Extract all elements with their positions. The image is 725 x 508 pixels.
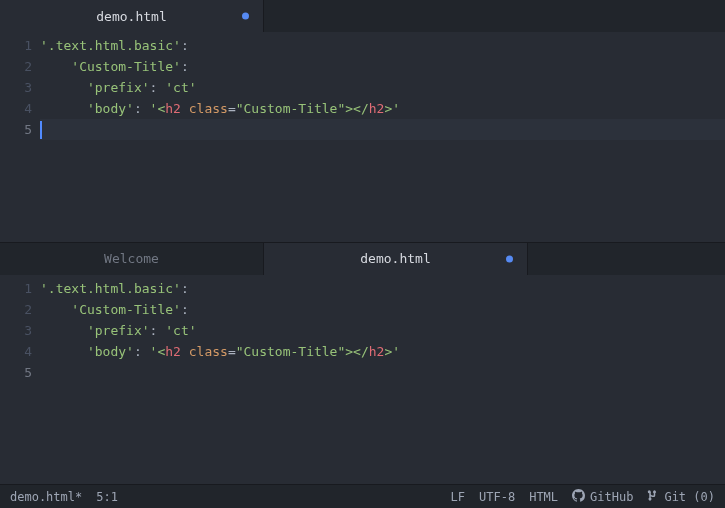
gutter: 12345: [0, 32, 40, 242]
line-number: 4: [0, 341, 32, 362]
code-line[interactable]: 'body': '<h2 class="Custom-Title"></h2>': [40, 341, 725, 362]
code-lines: '.text.html.basic': 'Custom-Title': 'pre…: [40, 275, 725, 485]
code-line[interactable]: 'body': '<h2 class="Custom-Title"></h2>': [40, 98, 725, 119]
code-line[interactable]: '.text.html.basic':: [40, 35, 725, 56]
line-number: 1: [0, 35, 32, 56]
code-lines: '.text.html.basic': 'Custom-Title': 'pre…: [40, 32, 725, 242]
editor-pane: Welcomedemo.html12345'.text.html.basic':…: [0, 243, 725, 486]
status-line-ending[interactable]: LF: [451, 490, 465, 504]
github-icon: [572, 489, 585, 505]
status-bar: demo.html* 5:1 LF UTF-8 HTML GitHub Git …: [0, 485, 725, 508]
line-number: 4: [0, 98, 32, 119]
status-cursor-position[interactable]: 5:1: [96, 490, 118, 504]
tab[interactable]: Welcome: [0, 243, 264, 275]
tab-active[interactable]: demo.html: [264, 243, 528, 275]
gutter: 12345: [0, 275, 40, 485]
code-line[interactable]: '.text.html.basic':: [40, 278, 725, 299]
code-editor[interactable]: 12345'.text.html.basic': 'Custom-Title':…: [0, 32, 725, 242]
cursor: [40, 121, 42, 139]
status-git[interactable]: Git (0): [647, 489, 715, 505]
code-line[interactable]: 'Custom-Title':: [40, 299, 725, 320]
editor-pane: demo.html12345'.text.html.basic': 'Custo…: [0, 0, 725, 243]
line-number: 2: [0, 299, 32, 320]
code-editor[interactable]: 12345'.text.html.basic': 'Custom-Title':…: [0, 275, 725, 485]
code-line[interactable]: 'prefix': 'ct': [40, 320, 725, 341]
git-branch-icon: [647, 489, 659, 505]
tab-label: Welcome: [104, 251, 159, 266]
status-github-label: GitHub: [590, 490, 633, 504]
line-number: 3: [0, 77, 32, 98]
tab-label: demo.html: [360, 251, 430, 266]
tab-active[interactable]: demo.html: [0, 0, 264, 32]
tab-bar: Welcomedemo.html: [0, 243, 725, 275]
code-line[interactable]: [40, 119, 725, 140]
status-github[interactable]: GitHub: [572, 489, 633, 505]
line-number: 1: [0, 278, 32, 299]
code-line[interactable]: 'prefix': 'ct': [40, 77, 725, 98]
line-number: 5: [0, 119, 32, 140]
tab-bar: demo.html: [0, 0, 725, 32]
line-number: 2: [0, 56, 32, 77]
status-encoding[interactable]: UTF-8: [479, 490, 515, 504]
status-git-label: Git (0): [664, 490, 715, 504]
status-grammar[interactable]: HTML: [529, 490, 558, 504]
line-number: 5: [0, 362, 32, 383]
tab-label: demo.html: [96, 9, 166, 24]
status-filename[interactable]: demo.html*: [10, 490, 82, 504]
line-number: 3: [0, 320, 32, 341]
code-line[interactable]: 'Custom-Title':: [40, 56, 725, 77]
